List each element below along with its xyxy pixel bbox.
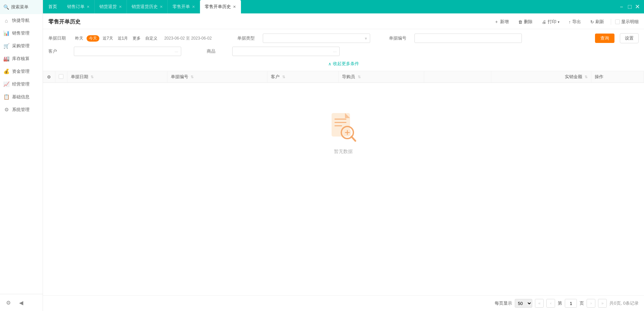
refresh-button[interactable]: ↻ 刷新: [588, 17, 607, 26]
tab-sales-return-history[interactable]: 销货退货历史 ✕: [127, 0, 168, 13]
minimize-btn[interactable]: －: [618, 3, 625, 11]
export-label: 导出: [572, 19, 581, 25]
sidebar-item-label: 资金管理: [12, 68, 30, 74]
sort-actual-amount-icon[interactable]: ⇅: [585, 75, 588, 79]
page-input[interactable]: [565, 299, 577, 308]
sidebar-item-operations[interactable]: 📈 经营管理: [0, 78, 43, 91]
add-label: 新增: [500, 19, 509, 25]
goods-label: 商品: [207, 48, 227, 54]
th-bill-date-label: 单据日期: [71, 74, 88, 79]
date-btn-custom[interactable]: 自定义: [144, 35, 159, 42]
basic-info-icon: 📋: [3, 94, 9, 100]
close-btn[interactable]: ✕: [635, 3, 640, 10]
next-page-btn[interactable]: ›: [587, 299, 595, 308]
close-sales-return-icon[interactable]: ✕: [119, 5, 122, 9]
sort-bill-date-icon[interactable]: ⇅: [91, 75, 94, 79]
sidebar-search[interactable]: 🔍 搜索菜单: [0, 0, 43, 14]
customer-label: 客户: [48, 48, 68, 54]
empty-cell: 暂无数据: [43, 83, 644, 182]
sidebar-item-system[interactable]: ⚙ 系统管理: [0, 103, 43, 116]
sidebar-item-label: 库存核算: [12, 56, 30, 62]
bill-type-select[interactable]: ▾: [263, 34, 370, 43]
collapse-row: ∧ 收起更多条件: [48, 59, 639, 67]
date-btn-last7[interactable]: 近7天: [101, 35, 114, 42]
filter-row-2: 客户 ··· 商品 ···: [48, 47, 639, 56]
export-icon: ↑: [569, 19, 571, 24]
date-btn-last-month[interactable]: 近1月: [116, 35, 130, 42]
sidebar-item-sales-mgmt[interactable]: 📊 销售管理: [0, 27, 43, 40]
export-button[interactable]: ↑ 导出: [566, 17, 584, 26]
settings-button[interactable]: 设置: [620, 33, 639, 43]
total-info: 共0页, 0条记录: [609, 300, 639, 306]
prev-page-btn[interactable]: ‹: [546, 299, 555, 308]
sidebar-item-purchase-mgmt[interactable]: 🛒 采购管理: [0, 40, 43, 52]
sidebar-bottom: ⚙ ◀: [0, 294, 43, 311]
sidebar-search-label: 搜索菜单: [11, 4, 29, 10]
toolbar-separator: [611, 19, 611, 25]
tab-sales-order-label: 销售订单: [67, 4, 85, 10]
per-page-select[interactable]: 50 100 200: [515, 299, 532, 308]
sort-customer-icon[interactable]: ⇅: [282, 75, 285, 79]
last-page-btn[interactable]: »: [598, 299, 607, 308]
th-checkbox: [55, 71, 67, 83]
tab-sales-return[interactable]: 销货退货 ✕: [95, 0, 127, 13]
th-settings: ⚙: [43, 71, 55, 83]
close-sales-order-icon[interactable]: ✕: [87, 5, 90, 9]
close-retail-history-icon[interactable]: ✕: [233, 5, 236, 9]
sidebar-item-finance[interactable]: 💰 资金管理: [0, 65, 43, 78]
close-sales-return-history-icon[interactable]: ✕: [160, 5, 163, 9]
date-btn-more[interactable]: 更多: [131, 35, 142, 42]
sidebar-item-label: 采购管理: [12, 43, 30, 49]
tab-sales-order[interactable]: 销售订单 ✕: [62, 0, 95, 13]
header-checkbox[interactable]: [59, 74, 63, 79]
delete-button[interactable]: 🗑 删除: [515, 17, 535, 26]
toolbar: ＋ 新增 🗑 删除 🖨 打印 ▾ ↑ 导出 ↻ 刷新: [492, 17, 639, 26]
operations-icon: 📈: [3, 81, 9, 87]
tab-home[interactable]: 首页: [43, 0, 62, 13]
maximize-btn[interactable]: □: [628, 3, 632, 10]
tab-retail-open[interactable]: 零售开单 ✕: [168, 0, 200, 13]
nav-window-controls: － □ ✕: [618, 0, 644, 13]
tab-home-label: 首页: [48, 4, 57, 10]
settings-bottom-btn[interactable]: ⚙: [3, 298, 13, 308]
collapse-sidebar-btn[interactable]: ◀: [16, 298, 26, 308]
table-container: ⚙ 单据日期 ⇅ 单据编号 ⇅: [43, 71, 644, 295]
sidebar: 🔍 搜索菜单 ⌂ 快捷导航 📊 销售管理 🛒 采购管理 🏭 库存核算 💰 资金管…: [0, 0, 43, 311]
bill-no-input[interactable]: [414, 34, 522, 43]
pagination: 每页显示 50 100 200 « ‹ 第 页 › » 共0页, 0条记录: [43, 295, 644, 311]
th-action-label: 操作: [595, 74, 603, 79]
main-area: 首页 销售订单 ✕ 销货退货 ✕ 销货退货历史 ✕ 零售开单 ✕ 零售开单历史 …: [43, 0, 644, 311]
sidebar-item-label: 销售管理: [12, 30, 30, 36]
page-label: 第: [558, 300, 562, 306]
sidebar-item-label: 经营管理: [12, 81, 30, 87]
tab-retail-history-label: 零售开单历史: [205, 4, 231, 10]
add-button[interactable]: ＋ 新增: [492, 17, 511, 26]
sidebar-item-basic-info[interactable]: 📋 基础信息: [0, 91, 43, 103]
query-button[interactable]: 查询: [595, 34, 614, 43]
sidebar-item-inventory[interactable]: 🏭 库存核算: [0, 52, 43, 65]
empty-row: 暂无数据: [43, 83, 644, 182]
sort-salesperson-icon[interactable]: ⇅: [358, 75, 361, 79]
system-icon: ⚙: [3, 107, 9, 113]
th-salesperson: 导购员 ⇅: [339, 71, 424, 83]
th-salesperson-label: 导购员: [342, 74, 355, 79]
customer-select[interactable]: ···: [74, 47, 181, 56]
date-btn-yesterday[interactable]: 昨天: [74, 35, 85, 42]
th-customer-label: 客户: [271, 74, 280, 79]
collapse-button[interactable]: ∧ 收起更多条件: [328, 61, 359, 67]
print-button[interactable]: 🖨 打印 ▾: [539, 17, 562, 26]
display-detail-checkbox[interactable]: 显示明细: [615, 19, 639, 25]
sort-bill-no-icon[interactable]: ⇅: [191, 75, 194, 79]
customer-dots: ···: [175, 49, 178, 54]
tab-retail-history[interactable]: 零售开单历史 ✕: [200, 0, 241, 13]
first-page-btn[interactable]: «: [535, 299, 544, 308]
tab-sales-return-label: 销货退货: [99, 4, 117, 10]
date-btn-today[interactable]: 今天: [87, 35, 99, 42]
top-nav: 首页 销售订单 ✕ 销货退货 ✕ 销货退货历史 ✕ 零售开单 ✕ 零售开单历史 …: [43, 0, 644, 13]
column-settings-icon[interactable]: ⚙: [47, 74, 51, 80]
goods-select[interactable]: ···: [232, 47, 340, 56]
close-retail-open-icon[interactable]: ✕: [192, 5, 195, 9]
collapse-label: 收起更多条件: [333, 61, 359, 67]
date-buttons: 昨天 今天 近7天 近1月 更多 自定义: [74, 35, 159, 42]
sidebar-item-quick-nav[interactable]: ⌂ 快捷导航: [0, 14, 43, 27]
